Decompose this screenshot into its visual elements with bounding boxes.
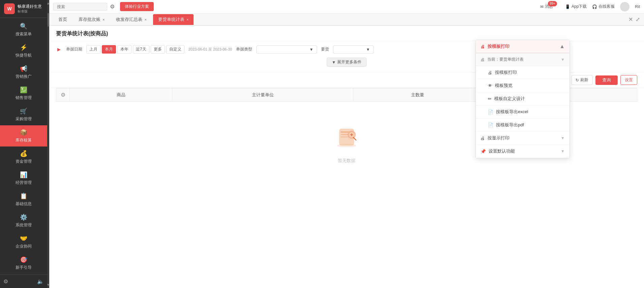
collab-icon: 🤝 [20, 235, 27, 242]
sidebar-item-inventory[interactable]: 📦 库存核算 [0, 125, 47, 147]
tab-receipts-summary-close[interactable]: × [144, 18, 146, 22]
app-badge: 标准版 [18, 9, 42, 13]
sidebar-item-marketing[interactable]: 📢 营销推广 [0, 62, 47, 83]
message-badge: 99+ [548, 1, 557, 6]
date-btn-more[interactable]: 更多 [151, 45, 165, 54]
service-icon: 🎧 [592, 4, 597, 9]
filter-date-label: 单据日期 [66, 46, 82, 52]
app-download-group[interactable]: 📱 App下载 [565, 4, 587, 9]
filter-goods-label: 要货 [321, 46, 329, 52]
logo-area: W 畅康通好生意 标准版 [0, 0, 47, 18]
sidebar-item-purchase-label: 采购管理 [16, 116, 32, 122]
page-header: 要货单统计表(按商品) [49, 26, 644, 41]
topbar-settings-icon[interactable]: ⚙ [110, 3, 115, 10]
dropdown-header: 🖨 按模板打印 ▲ [476, 40, 569, 53]
sidebar-item-quick-nav[interactable]: ⚡ 快捷导航 [0, 40, 47, 62]
sidebar-settings-icon[interactable]: ⚙ [3, 278, 8, 285]
template-custom-icon: ✏ [488, 96, 492, 101]
dropdown-current-item[interactable]: 🖨 当前：要货单统计表 ▼ [476, 53, 569, 66]
export-excel-icon: 📄 [488, 109, 493, 115]
sidebar-item-search-label: 搜索菜单 [16, 31, 32, 37]
set-default-arrow: ▼ [561, 149, 565, 154]
refresh-icon: ↻ [576, 78, 579, 83]
sales-icon: 💹 [20, 86, 27, 94]
column-settings-icon[interactable]: ⚙ [61, 92, 65, 98]
tab-expand-icon[interactable]: ⤢ [636, 16, 640, 23]
dropdown-item-template-preview[interactable]: 👁 模板预览 [476, 79, 569, 92]
sidebar-item-guide[interactable]: 🎯 新手引导 [0, 253, 47, 274]
sidebar-item-purchase[interactable]: 🛒 采购管理 [0, 104, 47, 125]
current-label: 当前：要货单统计表 [487, 57, 561, 62]
date-btn-this-year[interactable]: 本年 [117, 45, 131, 54]
finance-icon: 💰 [20, 150, 27, 157]
table-header-unit: 主计量单位 [172, 88, 353, 102]
date-btn-last-7-days[interactable]: 近7天 [133, 45, 149, 54]
online-service-label: 在线客服 [598, 4, 615, 9]
filter-type-select[interactable]: ▼ [256, 45, 317, 54]
sidebar-item-collab-label: 企业协同 [16, 244, 32, 249]
sidebar-sound-icon[interactable]: 🔈 [37, 278, 44, 285]
filter-goods-select[interactable]: ▼ [333, 45, 374, 54]
tabbar: 首页 库存批次账 × 收发存汇总表 × 要货单统计表 × ✕ ⤢ [49, 13, 644, 26]
filter-type-arrow: ▼ [309, 47, 313, 52]
sidebar-item-system[interactable]: ⚙️ 系统管理 [0, 210, 47, 231]
tab-order-stats-close[interactable]: × [186, 18, 188, 22]
date-btn-last-month[interactable]: 上月 [86, 45, 100, 54]
tab-home[interactable]: 首页 [53, 14, 72, 25]
basic-icon: 📋 [20, 192, 27, 200]
dropdown-item-template-custom[interactable]: ✏ 模板自定义设计 [476, 92, 569, 105]
sidebar-item-collab[interactable]: 🤝 企业协同 [0, 231, 47, 253]
tab-inventory-batch-close[interactable]: × [103, 18, 105, 22]
empty-state-text: 暂无数据 [338, 158, 355, 164]
tab-receipts-summary[interactable]: 收发存汇总表 × [111, 14, 151, 25]
message-group[interactable]: ✉ 消息 99+ [540, 4, 553, 9]
topbar-right: ✉ 消息 99+ 📱 App下载 🎧 在线客服 Rit [540, 2, 640, 11]
main-area: ⚙ 体验行业方案 ✉ 消息 99+ 📱 App下载 🎧 在线客服 Rit 首页 [49, 0, 644, 288]
dropdown-header-left: 🖨 按模板打印 [480, 43, 509, 50]
marketing-icon: 📢 [20, 65, 27, 72]
query-button[interactable]: 查询 [595, 75, 618, 85]
topbar-search-input[interactable] [53, 3, 107, 11]
dropdown-close-button[interactable]: ▲ [559, 43, 565, 50]
empty-state-icon [333, 122, 360, 154]
tab-inventory-batch-label: 库存批次账 [79, 17, 100, 23]
dropdown-section-set-default-label: 设置默认功能 [489, 148, 561, 154]
tab-close-all-icon[interactable]: ✕ [628, 16, 633, 23]
settings-button[interactable]: 设置 [620, 75, 637, 85]
sidebar-item-basic[interactable]: 📋 基础信息 [0, 189, 47, 210]
sidebar-item-finance[interactable]: 💰 资金管理 [0, 147, 47, 168]
sidebar-item-quick-nav-label: 快捷导航 [16, 53, 32, 58]
user-avatar[interactable] [620, 2, 630, 11]
dropdown-item-export-excel[interactable]: 📄 按模板导出excel [476, 105, 569, 119]
tabbar-end: ✕ ⤢ [628, 16, 640, 23]
expand-btn-label: 展开更多条件 [337, 59, 361, 65]
sidebar-item-sales[interactable]: 💹 销售管理 [0, 83, 47, 104]
sidebar-bottom: ⚙ 🔈 [0, 275, 47, 288]
date-btn-this-month[interactable]: 本月 [102, 45, 116, 54]
tab-inventory-batch[interactable]: 库存批次账 × [74, 14, 110, 25]
empty-illustration [333, 122, 360, 149]
tab-order-stats[interactable]: 要货单统计表 × [153, 14, 194, 25]
refresh-button[interactable]: ↻ 刷新 [571, 75, 593, 85]
filter-expand-arrow[interactable]: ▶ [56, 47, 62, 52]
template-print-icon: 🖨 [488, 70, 492, 75]
dropdown-item-export-pdf[interactable]: 📄 按模板导出pdf [476, 119, 569, 132]
industry-solution-button[interactable]: 体验行业方案 [120, 2, 154, 11]
dropdown-item-template-preview-label: 模板预览 [495, 83, 565, 89]
dropdown-section-set-default[interactable]: 📌 设置默认功能 ▼ [476, 145, 569, 158]
table-header-settings[interactable]: ⚙ [56, 88, 70, 102]
export-pdf-icon: 📄 [488, 123, 493, 128]
dropdown-section-display-print[interactable]: 🖨 按显示打印 ▼ [476, 132, 569, 145]
sidebar-item-search[interactable]: 🔍 搜索菜单 [0, 19, 47, 40]
inventory-icon: 📦 [20, 129, 27, 136]
scroll-handle[interactable] [48, 13, 49, 27]
template-print-dropdown: 🖨 按模板打印 ▲ 🖨 当前：要货单统计表 ▼ 🖨 按模板打印 👁 模板预览 ✏ [475, 40, 570, 158]
sidebar-item-operation[interactable]: 📊 经营管理 [0, 168, 47, 189]
sidebar-item-marketing-label: 营销推广 [16, 74, 32, 79]
filter-goods-arrow: ▼ [366, 47, 370, 52]
expand-more-conditions-button[interactable]: ▼ 展开更多条件 [327, 58, 367, 67]
download-icon: 📱 [565, 4, 570, 9]
dropdown-item-template-print[interactable]: 🖨 按模板打印 [476, 66, 569, 79]
online-service-group[interactable]: 🎧 在线客服 [592, 4, 615, 9]
date-btn-custom[interactable]: 自定义 [166, 45, 184, 54]
